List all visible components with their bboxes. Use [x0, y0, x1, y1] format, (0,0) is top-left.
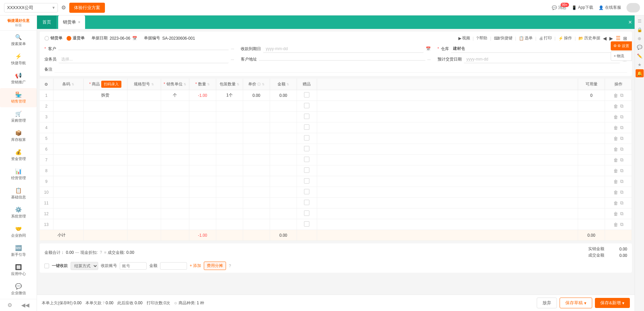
- gift-checkbox[interactable]: [304, 200, 309, 205]
- payment-amount-input[interactable]: [160, 262, 187, 270]
- delete-icon[interactable]: 🗑: [613, 157, 618, 163]
- help-link[interactable]: ? 帮助: [477, 35, 488, 41]
- online-service-button[interactable]: 👤 在线客服: [599, 5, 621, 10]
- tab-home[interactable]: 首页: [37, 15, 57, 29]
- doc-date-value[interactable]: 2023-06-06: [110, 36, 130, 41]
- sidebar-item-enterprise[interactable]: 🤝 企业协同: [0, 222, 37, 241]
- copy-icon[interactable]: ⧉: [620, 114, 623, 120]
- payment-method-select[interactable]: 结算方式: [71, 262, 98, 270]
- sidebar-item-sales[interactable]: 🏪 销售管理: [0, 88, 37, 107]
- product-type-radio[interactable]: ⊙: [174, 301, 177, 305]
- delete-icon[interactable]: 🗑: [613, 179, 618, 184]
- sidebar-item-guide[interactable]: 🆕 新手引导: [0, 241, 37, 261]
- salesperson-dots[interactable]: ···: [231, 57, 234, 62]
- delete-icon[interactable]: 🗑: [613, 136, 618, 141]
- history-link[interactable]: 📂 历史单据: [578, 35, 600, 41]
- delete-icon[interactable]: 🗑: [613, 104, 618, 109]
- copy-icon[interactable]: ⧉: [620, 125, 623, 130]
- copy-icon[interactable]: ⧉: [620, 222, 623, 227]
- discount-help-icon[interactable]: ?: [100, 250, 102, 255]
- gift-checkbox[interactable]: [304, 157, 309, 162]
- gift-checkbox[interactable]: [304, 103, 309, 108]
- delete-icon[interactable]: 🗑: [613, 190, 618, 195]
- gift-checkbox[interactable]: [304, 114, 309, 119]
- fee-split-button[interactable]: 费用分摊: [204, 262, 226, 270]
- right-sidebar-lock-icon[interactable]: 🔒: [636, 26, 644, 34]
- delete-icon[interactable]: 🗑: [613, 222, 618, 227]
- row-unit[interactable]: 个: [161, 90, 189, 101]
- view-grid-button[interactable]: ⊞: [623, 36, 627, 41]
- gift-checkbox[interactable]: [304, 146, 309, 151]
- save-draft-button[interactable]: 保存草稿 ▾: [560, 298, 592, 308]
- delete-icon[interactable]: 🗑: [613, 114, 618, 120]
- sidebar-item-finance[interactable]: 💰 资金管理: [0, 146, 37, 165]
- sidebar-item-purchase[interactable]: 🛒 采购管理: [0, 107, 37, 126]
- delete-icon[interactable]: 🗑: [613, 125, 618, 130]
- radio-sales-order[interactable]: 销货单: [44, 35, 63, 41]
- tab-bar-close-icon[interactable]: ×: [628, 19, 632, 26]
- expected-date-input[interactable]: [464, 55, 620, 63]
- delete-icon[interactable]: 🗑: [613, 211, 618, 217]
- tab-sales-order[interactable]: 销货单 ×: [58, 15, 85, 29]
- draft-dropdown-icon[interactable]: ▾: [584, 301, 586, 306]
- total-due-help[interactable]: ?: [103, 301, 105, 305]
- note-input[interactable]: [54, 66, 627, 73]
- gift-checkbox[interactable]: [304, 178, 309, 184]
- copy-icon[interactable]: ⧉: [620, 189, 623, 195]
- gift-checkbox[interactable]: [304, 135, 309, 141]
- row-qty[interactable]: -1.00: [189, 90, 216, 101]
- addr-dots[interactable]: ···: [427, 57, 431, 62]
- right-sidebar-star-icon[interactable]: ★: [636, 61, 644, 69]
- delete-icon[interactable]: 🗑: [613, 168, 618, 173]
- sidebar-collapse-icon[interactable]: ◀◀: [21, 302, 29, 308]
- gift-checkbox[interactable]: [304, 210, 309, 216]
- messages-button[interactable]: 💬 消息 99+: [552, 5, 566, 10]
- row-price[interactable]: 0.00: [243, 90, 270, 101]
- warehouse-input[interactable]: 建材仓: [451, 45, 622, 53]
- ops-link[interactable]: ⚡ 操作: [558, 35, 572, 41]
- user-avatar[interactable]: [627, 3, 640, 12]
- copy-icon[interactable]: ⧉: [620, 168, 623, 173]
- copy-icon[interactable]: ⧉: [620, 179, 623, 184]
- nav-prev-button[interactable]: ◀: [603, 36, 607, 41]
- payment-account-input[interactable]: [120, 262, 147, 270]
- gift-checkbox[interactable]: [304, 167, 309, 173]
- th-settings[interactable]: ⚙: [40, 79, 53, 90]
- logistics-float-button[interactable]: + 物流: [611, 51, 632, 61]
- tab-close-icon[interactable]: ×: [78, 20, 80, 25]
- fee-split-help-icon[interactable]: ?: [229, 264, 231, 268]
- right-sidebar-list-icon[interactable]: ☰: [636, 17, 644, 25]
- copy-icon[interactable]: ⧉: [620, 157, 623, 163]
- row-product[interactable]: 拆货: [83, 90, 127, 101]
- save-new-dropdown-icon[interactable]: ▾: [622, 301, 624, 306]
- topbar-settings-icon[interactable]: ⚙: [61, 4, 66, 11]
- sidebar-item-wechat[interactable]: 💬 企业微信: [0, 280, 37, 299]
- row-gift[interactable]: [297, 90, 317, 101]
- view-list-button[interactable]: ☰: [616, 35, 620, 41]
- select-link[interactable]: 📋 选单: [519, 35, 533, 41]
- company-selector[interactable]: XXXXXX公司 ▾: [4, 3, 58, 12]
- delete-icon[interactable]: 🗑: [613, 200, 618, 206]
- row-spec[interactable]: [127, 90, 161, 101]
- customer-dots[interactable]: ···: [231, 46, 234, 51]
- calendar-icon-due[interactable]: 📅: [426, 46, 431, 51]
- print-link[interactable]: 🖨 打印: [539, 35, 552, 41]
- sidebar-item-basic[interactable]: 📋 基础信息: [0, 184, 37, 203]
- copy-icon[interactable]: ⧉: [620, 200, 623, 206]
- delete-icon[interactable]: 🗑: [613, 93, 618, 98]
- right-sidebar-chat-icon[interactable]: 💬: [636, 43, 644, 51]
- radio-return-order[interactable]: 退货单: [67, 35, 85, 41]
- delete-icon[interactable]: 🗑: [613, 147, 618, 152]
- due-date-input[interactable]: [263, 45, 423, 53]
- settings-float-button[interactable]: ⚙ ⚙ 设置: [611, 41, 632, 50]
- scan-button[interactable]: 扫码录入: [101, 81, 121, 88]
- sidebar-item-marketing[interactable]: 📢 营销推广: [0, 69, 37, 88]
- row-pack[interactable]: 1个: [216, 90, 243, 101]
- gift-checkbox[interactable]: [304, 92, 309, 98]
- row-barcode[interactable]: [53, 90, 83, 101]
- sidebar-item-search[interactable]: 🔍 搜索菜单: [0, 31, 37, 50]
- copy-icon[interactable]: ⧉: [620, 211, 623, 217]
- sidebar-item-apps[interactable]: 🔲 应用中心: [0, 261, 37, 280]
- app-download-button[interactable]: 📱 App下载: [572, 5, 593, 10]
- sidebar-item-operations[interactable]: 📊 经营管理: [0, 165, 37, 184]
